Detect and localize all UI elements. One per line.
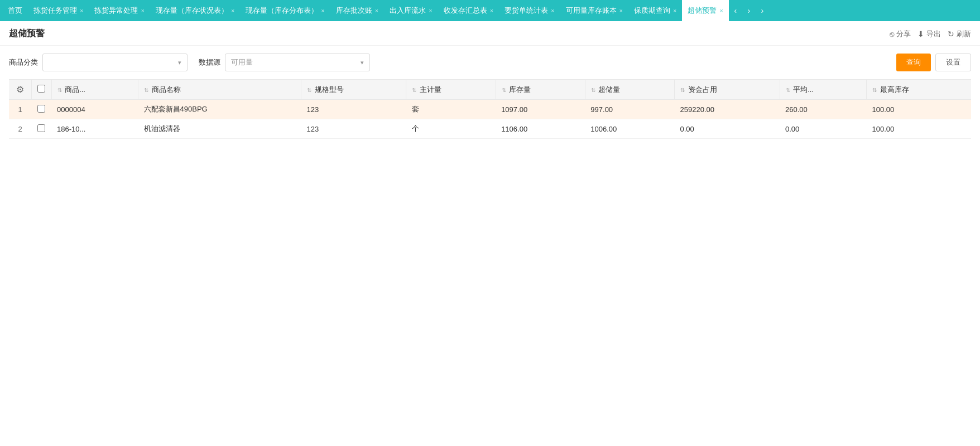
- th-settings: ⚙: [9, 80, 31, 100]
- top-nav: 首页 拣货任务管理 × 拣货异常处理 × 现存量（库存状况表） × 现存量（库存…: [0, 0, 980, 21]
- close-order-stats[interactable]: ×: [551, 7, 554, 14]
- page-container: 超储预警 ⎋ 分享 ⬇ 导出 ↻ 刷新 商品分类 ▾ 数据源: [0, 21, 980, 446]
- row-avg-2: 0.00: [780, 119, 867, 139]
- nav-order-stats[interactable]: 要货单统计表 ×: [499, 0, 560, 21]
- th-product-code[interactable]: ⇅ 商品...: [51, 80, 138, 100]
- row-max-stock-1: 100.00: [867, 100, 971, 119]
- close-overstock-warn[interactable]: ×: [719, 7, 723, 14]
- sort-icon-spec: ⇅: [307, 87, 311, 93]
- data-table: ⚙ ⇅ 商品... ⇅ 商品名称 ⇅ 规格型号: [9, 79, 971, 139]
- close-stock-status[interactable]: ×: [231, 7, 234, 14]
- row-product-name-1: 六配套新昌490BPG: [138, 100, 301, 119]
- close-inout-flow[interactable]: ×: [429, 7, 432, 14]
- th-over-stock[interactable]: ⇅ 超储量: [585, 80, 674, 100]
- share-button[interactable]: ⎋ 分享: [890, 29, 911, 39]
- row-num-1: 1: [9, 100, 31, 119]
- row-unit-2: 个: [406, 119, 496, 139]
- nav-task-mgmt[interactable]: 拣货任务管理 ×: [28, 0, 89, 21]
- sort-icon-capital-used: ⇅: [680, 87, 685, 93]
- nav-batch-account[interactable]: 库存批次账 ×: [330, 0, 384, 21]
- sort-icon-stock: ⇅: [502, 87, 506, 93]
- row-checkbox-1[interactable]: [31, 100, 51, 119]
- datasource-select[interactable]: 可用量 ▾: [225, 54, 370, 71]
- row-spec-1: 123: [301, 100, 406, 119]
- nav-prev-arrow[interactable]: ‹: [729, 0, 742, 21]
- page-actions: ⎋ 分享 ⬇ 导出 ↻ 刷新: [890, 29, 971, 39]
- refresh-icon: ↻: [948, 30, 954, 38]
- settings-button[interactable]: 设置: [935, 54, 971, 71]
- nav-avail-account[interactable]: 可用量库存账本 ×: [560, 0, 628, 21]
- th-checkbox: [31, 80, 51, 100]
- close-avail-account[interactable]: ×: [619, 7, 623, 14]
- nav-more-arrow[interactable]: ›: [756, 0, 769, 21]
- datasource-label: 数据源: [199, 57, 220, 67]
- filter-buttons: 查询 设置: [896, 54, 971, 71]
- table-row[interactable]: 2 186-10... 机油滤清器 123 个 1106.00 1006.00 …: [9, 119, 971, 139]
- category-filter-group: 商品分类 ▾: [9, 54, 188, 71]
- page-header: 超储预警 ⎋ 分享 ⬇ 导出 ↻ 刷新: [0, 21, 980, 46]
- nav-exception[interactable]: 拣货异常处理 ×: [89, 0, 150, 21]
- datasource-select-text: 可用量: [231, 57, 253, 67]
- sort-icon-unit: ⇅: [412, 87, 416, 93]
- sort-icon-avg: ⇅: [786, 87, 790, 93]
- share-icon: ⎋: [890, 30, 894, 38]
- nav-stock-dist[interactable]: 现存量（库存分布表） ×: [240, 0, 330, 21]
- row-product-name-2: 机油滤清器: [138, 119, 301, 139]
- row-unit-1: 套: [406, 100, 496, 119]
- nav-stock-status[interactable]: 现存量（库存状况表） ×: [150, 0, 240, 21]
- table-body: 1 0000004 六配套新昌490BPG 123 套 1097.00 997.…: [9, 100, 971, 139]
- table-header-row: ⚙ ⇅ 商品... ⇅ 商品名称 ⇅ 规格型号: [9, 80, 971, 100]
- nav-inout-flow[interactable]: 出入库流水 ×: [384, 0, 438, 21]
- row-spec-2: 123: [301, 119, 406, 139]
- category-label: 商品分类: [9, 57, 38, 67]
- th-spec[interactable]: ⇅ 规格型号: [301, 80, 406, 100]
- close-quality-check[interactable]: ×: [673, 7, 676, 14]
- th-product-name[interactable]: ⇅ 商品名称: [138, 80, 301, 100]
- close-batch-account[interactable]: ×: [375, 7, 378, 14]
- row-product-code-2: 186-10...: [51, 119, 138, 139]
- sort-icon-product-name: ⇅: [144, 87, 148, 93]
- th-avg[interactable]: ⇅ 平均...: [780, 80, 867, 100]
- row-checkbox-2[interactable]: [31, 119, 51, 139]
- th-capital-used[interactable]: ⇅ 资金占用: [675, 80, 780, 100]
- export-button[interactable]: ⬇ 导出: [917, 29, 941, 39]
- close-receive-send[interactable]: ×: [490, 7, 493, 14]
- export-icon: ⬇: [917, 30, 924, 38]
- nav-quality-check[interactable]: 保质期查询 ×: [628, 0, 682, 21]
- close-stock-dist[interactable]: ×: [321, 7, 324, 14]
- datasource-select-arrow: ▾: [361, 59, 364, 66]
- th-stock[interactable]: ⇅ 库存量: [496, 80, 585, 100]
- row-avg-1: 260.00: [780, 100, 867, 119]
- sort-icon-over-stock: ⇅: [591, 87, 595, 93]
- row-stock-1: 1097.00: [496, 100, 585, 119]
- table-row[interactable]: 1 0000004 六配套新昌490BPG 123 套 1097.00 997.…: [9, 100, 971, 119]
- close-task-mgmt[interactable]: ×: [80, 7, 83, 14]
- row-capital-used-1: 259220.00: [675, 100, 780, 119]
- row-num-2: 2: [9, 119, 31, 139]
- row-max-stock-2: 100.00: [867, 119, 971, 139]
- row-over-stock-1: 997.00: [585, 100, 674, 119]
- close-exception[interactable]: ×: [141, 7, 144, 14]
- table-container: ⚙ ⇅ 商品... ⇅ 商品名称 ⇅ 规格型号: [0, 79, 980, 139]
- select-all-checkbox[interactable]: [37, 85, 45, 93]
- row-select-checkbox-2[interactable]: [37, 124, 45, 132]
- row-select-checkbox-1[interactable]: [37, 105, 45, 113]
- nav-receive-send[interactable]: 收发存汇总表 ×: [438, 0, 499, 21]
- column-settings-icon[interactable]: ⚙: [16, 84, 24, 95]
- nav-home[interactable]: 首页: [2, 0, 28, 21]
- sort-icon-product-code: ⇅: [57, 87, 62, 93]
- row-product-code-1: 0000004: [51, 100, 138, 119]
- refresh-button[interactable]: ↻ 刷新: [948, 29, 971, 39]
- row-capital-used-2: 0.00: [675, 119, 780, 139]
- query-button[interactable]: 查询: [896, 54, 931, 71]
- row-over-stock-2: 1006.00: [585, 119, 674, 139]
- nav-next-arrow[interactable]: ›: [742, 0, 756, 21]
- nav-overstock-warn[interactable]: 超储预警 ×: [682, 0, 728, 21]
- category-select-arrow: ▾: [178, 59, 181, 66]
- th-max-stock[interactable]: ⇅ 最高库存: [867, 80, 971, 100]
- th-unit[interactable]: ⇅ 主计量: [406, 80, 496, 100]
- sort-icon-max-stock: ⇅: [872, 87, 877, 93]
- category-select[interactable]: ▾: [42, 54, 188, 71]
- filter-area: 商品分类 ▾ 数据源 可用量 ▾ 查询 设置: [0, 46, 980, 79]
- page-title: 超储预警: [9, 28, 45, 40]
